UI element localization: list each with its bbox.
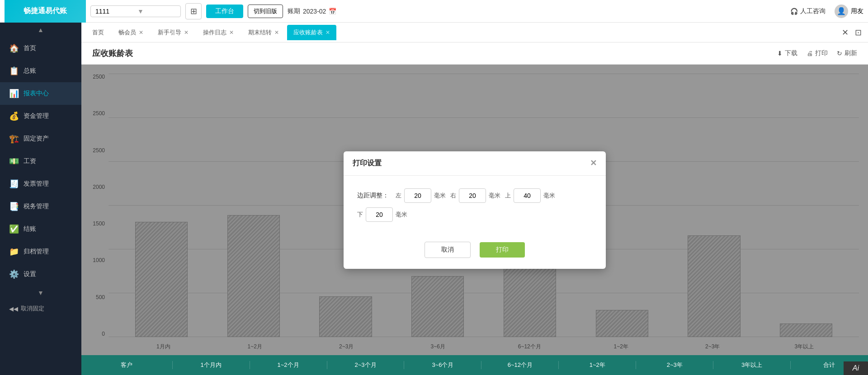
bottom-margin-input[interactable] [366,207,393,222]
sidebar: ▲ 🏠 首页 📋 总账 📊 报表中心 💰 资金管理 🏗️ 固定资产 💵 工资 🧾… [0,23,81,375]
modal-close-button[interactable]: ✕ [590,159,597,167]
left-margin-input[interactable] [404,188,431,203]
right-margin-input[interactable] [459,188,486,203]
tab-home[interactable]: 首页 [86,25,110,40]
cancel-pin-button[interactable]: ◀◀ 取消固定 [0,300,81,317]
tab-period-close[interactable]: 期末结转 ✕ [242,25,285,40]
close-tab-button[interactable]: ✕ [840,26,850,39]
right-unit: 毫米 [489,192,500,200]
avatar: 👤 [835,5,848,18]
tab-ar-aging-close[interactable]: ✕ [326,29,330,36]
page-title: 应收账龄表 [92,48,133,59]
tab-oplog-close[interactable]: ✕ [229,29,234,36]
scroll-up-button[interactable]: ▲ [0,23,81,37]
support-label: 人工咨询 [800,7,826,15]
tab-ar-aging[interactable]: 应收账龄表 ✕ [287,25,336,40]
modal-overlay: 打印设置 ✕ 边距调整： 左 毫米 [81,65,868,355]
print-button[interactable]: 🖨 打印 [807,49,828,57]
bottom-label: 下 [357,211,363,219]
reports-icon: 📊 [9,89,19,98]
calendar-icon[interactable]: 📅 [329,8,336,15]
right-margin-group: 右 毫米 [450,188,500,203]
print-label: 打印 [815,49,828,57]
refresh-button[interactable]: ↻ 刷新 [837,49,857,57]
top-label: 上 [505,192,511,200]
headset-icon: 🎧 [790,8,798,15]
table-footer-cell: 2~3年 [636,361,713,369]
table-footer-cell: 3~6个月 [404,361,481,369]
cancel-pin-label: 取消固定 [21,305,44,313]
table-footer-cell: 1~2个月 [250,361,327,369]
tax-icon: 📑 [9,202,19,211]
tab-period-close-close[interactable]: ✕ [274,29,279,36]
modal-body: 边距调整： 左 毫米 右 毫米 [344,176,606,234]
tab-home-label: 首页 [92,28,104,37]
sidebar-item-payroll-label: 工资 [24,157,36,165]
margin-settings-row: 边距调整： 左 毫米 右 毫米 [357,188,592,222]
confirm-print-button[interactable]: 打印 [480,242,525,258]
sidebar-item-assets-label: 固定资产 [24,135,49,143]
user-button[interactable]: 👤 用友 [835,5,863,18]
print-settings-modal: 打印设置 ✕ 边距调整： 左 毫米 [344,151,606,269]
top-margin-input[interactable] [514,188,541,203]
tab-guide-close[interactable]: ✕ [184,29,189,36]
sidebar-item-settings-label: 设置 [24,270,36,278]
expand-tab-button[interactable]: ⊡ [853,26,863,39]
tab-member-label: 畅会员 [118,28,136,37]
tabs-end-buttons: ✕ ⊡ [840,26,863,39]
bottom-unit: 毫米 [396,211,407,219]
table-footer-cell: 客户 [81,361,173,369]
left-label: 左 [396,192,401,200]
cancel-button[interactable]: 取消 [425,242,471,258]
top-margin-group: 上 毫米 [505,188,555,203]
table-footer-cell: 1~2年 [559,361,636,369]
sidebar-item-closing-label: 结账 [24,225,36,233]
sidebar-item-tax-label: 税务管理 [24,202,49,211]
invoice-icon: 🧾 [9,179,19,189]
sidebar-item-reports[interactable]: 📊 报表中心 [0,82,81,105]
sidebar-item-tax[interactable]: 📑 税务管理 [0,195,81,218]
app-logo: 畅捷通易代账 [5,0,86,23]
sidebar-item-assets[interactable]: 🏗️ 固定资产 [0,127,81,150]
app-header: 畅捷通易代账 1111 ▼ ⊞ 工作台 切到旧版 账期 2023-02 📅 🎧 … [0,0,868,23]
tab-member[interactable]: 畅会员 ✕ [112,25,150,40]
chevron-down-icon: ▼ [137,8,176,15]
switch-version-button[interactable]: 切到旧版 [248,5,283,18]
support-button[interactable]: 🎧 人工咨询 [790,7,826,15]
modal-header: 打印设置 ✕ [344,151,606,176]
company-selector[interactable]: 1111 ▼ [90,5,181,17]
sidebar-item-ledger[interactable]: 📋 总账 [0,60,81,82]
sidebar-item-settings[interactable]: ⚙️ 设置 [0,263,81,286]
workbench-button[interactable]: 工作台 [206,5,243,18]
sidebar-item-invoice[interactable]: 🧾 发票管理 [0,173,81,195]
tab-guide[interactable]: 新手引导 ✕ [151,25,195,40]
top-unit: 毫米 [543,192,555,200]
download-button[interactable]: ⬇ 下载 [777,49,797,57]
sidebar-item-home[interactable]: 🏠 首页 [0,37,81,60]
tab-member-close[interactable]: ✕ [139,29,143,36]
ai-badge: Ai [844,361,868,375]
modal-title: 打印设置 [353,159,382,168]
funds-icon: 💰 [9,111,19,121]
sidebar-item-payroll[interactable]: 💵 工资 [0,150,81,173]
user-name: 用友 [851,7,863,15]
sidebar-item-archive-label: 归档管理 [24,248,49,256]
sidebar-item-closing[interactable]: ✅ 结账 [0,218,81,240]
sidebar-item-archive[interactable]: 📁 归档管理 [0,240,81,263]
sidebar-item-funds[interactable]: 💰 资金管理 [0,105,81,127]
main-layout: ▲ 🏠 首页 📋 总账 📊 报表中心 💰 资金管理 🏗️ 固定资产 💵 工资 🧾… [0,23,868,375]
copy-icon-button[interactable]: ⊞ [185,3,202,19]
download-label: 下载 [785,49,797,57]
archive-icon: 📁 [9,247,19,257]
tab-oplog[interactable]: 操作日志 ✕ [197,25,240,40]
period-value: 2023-02 [303,8,326,15]
scroll-down-button[interactable]: ▼ [0,286,81,300]
modal-footer: 取消 打印 [344,234,606,269]
download-icon: ⬇ [777,50,783,57]
left-margin-group: 左 毫米 [396,188,446,203]
content-area: 首页 畅会员 ✕ 新手引导 ✕ 操作日志 ✕ 期末结转 ✕ 应收账龄表 ✕ [81,23,868,375]
period-label: 账期 [288,7,300,15]
page-actions: ⬇ 下载 🖨 打印 ↻ 刷新 [777,49,857,57]
sidebar-item-home-label: 首页 [24,44,36,52]
sidebar-item-funds-label: 资金管理 [24,112,49,120]
